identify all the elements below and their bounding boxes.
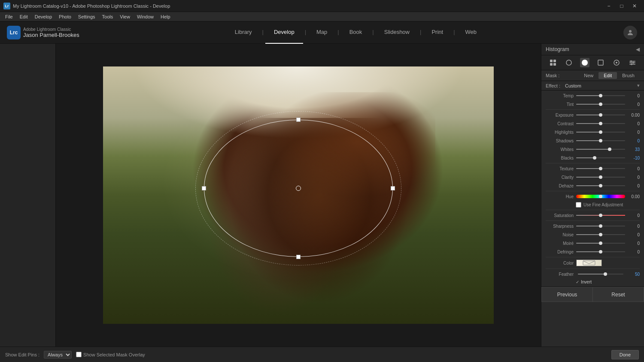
whites-thumb[interactable] [608,148,611,151]
nav-sep5: | [418,21,423,44]
temp-thumb[interactable] [599,94,602,97]
nav-print[interactable]: Print [423,21,452,44]
blacks-label: Blacks [546,156,574,160]
divider-4 [546,210,640,210]
contrast-thumb[interactable] [599,122,602,125]
exposure-thumb[interactable] [599,113,602,117]
nav-web[interactable]: Web [457,21,486,44]
fine-adjustment-checkbox[interactable] [576,202,581,208]
tool-circle-filled-icon[interactable] [580,58,589,67]
contrast-row: Contrast 0 [541,119,644,128]
shadows-fill [576,140,601,141]
new-button[interactable]: New [579,72,598,79]
invert-label[interactable]: Invert [581,280,592,284]
sharpness-track[interactable] [576,226,625,226]
menu-photo[interactable]: Photo [55,12,75,21]
done-button[interactable]: Done [611,350,639,359]
nav-sep4: | [371,21,375,44]
feather-track[interactable] [578,274,623,275]
hue-thumb[interactable] [599,195,602,198]
menu-develop[interactable]: Develop [31,12,55,21]
effect-value[interactable]: Custom [565,83,637,88]
contrast-track[interactable] [576,123,625,124]
blacks-thumb[interactable] [593,156,596,160]
moire-thumb[interactable] [599,241,602,245]
hue-track[interactable] [576,195,625,198]
whites-value: 33 [627,147,640,152]
clarity-thumb[interactable] [599,175,602,179]
nav-book[interactable]: Book [341,21,371,44]
highlights-thumb[interactable] [599,130,602,134]
exposure-track[interactable] [576,115,625,115]
lrc-logo: Lrc Adobe Lightroom Classic Jason Parnel… [7,26,79,39]
mask-handle-left[interactable] [202,186,206,190]
contrast-fill [576,123,601,124]
maximize-button[interactable]: □ [616,2,628,10]
tool-slider-icon[interactable] [628,58,637,67]
feather-row: Feather 50 [541,270,644,278]
mask-handle-bottom[interactable] [296,255,301,259]
svg-point-13 [630,60,632,62]
previous-button[interactable]: Previous [541,287,592,302]
show-mask-checkbox[interactable] [76,352,82,357]
brush-button[interactable]: Brush [617,72,640,79]
always-dropdown[interactable]: Always [44,351,72,359]
menu-tools[interactable]: Tools [99,12,117,21]
shadows-thumb[interactable] [599,139,602,142]
color-swatch[interactable] [576,259,602,266]
tool-grid-icon[interactable] [548,58,558,67]
nav-library[interactable]: Library [226,21,261,44]
histogram-collapse-icon[interactable]: ◀ [636,46,640,52]
texture-track[interactable] [576,168,625,169]
defringe-track[interactable] [576,251,625,252]
shadows-track[interactable] [576,140,625,141]
saturation-thumb[interactable] [599,214,602,217]
saturation-track[interactable] [576,215,625,216]
tool-circle-outline-icon[interactable] [564,58,574,67]
close-button[interactable]: ✕ [629,2,641,10]
oval-mask-selection[interactable] [204,120,393,257]
menu-settings[interactable]: Settings [75,12,99,21]
moire-fill [576,243,601,244]
temp-track[interactable] [576,95,625,96]
effect-dropdown-icon[interactable]: ▾ [637,83,640,88]
app-icon: Lr [3,3,10,9]
mask-center-pin[interactable] [296,186,301,191]
menu-file[interactable]: File [2,12,16,21]
whites-track[interactable] [576,149,625,150]
menu-view[interactable]: View [116,12,134,21]
tint-track[interactable] [576,104,625,105]
menu-help[interactable]: Help [157,12,174,21]
tool-square-icon[interactable] [596,58,605,67]
clarity-track[interactable] [576,177,625,178]
tint-thumb[interactable] [599,103,602,106]
sharpness-thumb[interactable] [599,224,602,228]
nav-develop[interactable]: Develop [265,21,303,44]
minimize-button[interactable]: − [603,2,615,10]
mask-handle-top[interactable] [296,118,301,122]
nav-slideshow[interactable]: Slideshow [376,21,418,44]
texture-thumb[interactable] [599,167,602,170]
dehaze-track[interactable] [576,185,625,186]
temp-fill [576,95,601,96]
photo-canvas[interactable] [56,44,541,347]
edit-button[interactable]: Edit [598,72,617,79]
moire-track[interactable] [576,243,625,244]
tool-circle-dot-icon[interactable] [612,58,621,67]
menu-window[interactable]: Window [134,12,157,21]
menu-edit[interactable]: Edit [16,12,31,21]
reset-button[interactable]: Reset [592,287,644,302]
highlights-track[interactable] [576,132,625,133]
moire-value: 0 [627,241,640,246]
noise-track[interactable] [576,234,625,235]
mask-handle-right[interactable] [391,186,395,190]
dehaze-thumb[interactable] [599,184,602,187]
nav-map[interactable]: Map [308,21,336,44]
exposure-row: Exposure 0.00 [541,111,644,119]
contrast-label: Contrast [546,121,574,126]
color-row: Color [541,258,644,268]
blacks-track[interactable] [576,157,625,158]
noise-thumb[interactable] [599,233,602,236]
feather-thumb[interactable] [604,272,607,276]
defringe-thumb[interactable] [599,250,602,253]
